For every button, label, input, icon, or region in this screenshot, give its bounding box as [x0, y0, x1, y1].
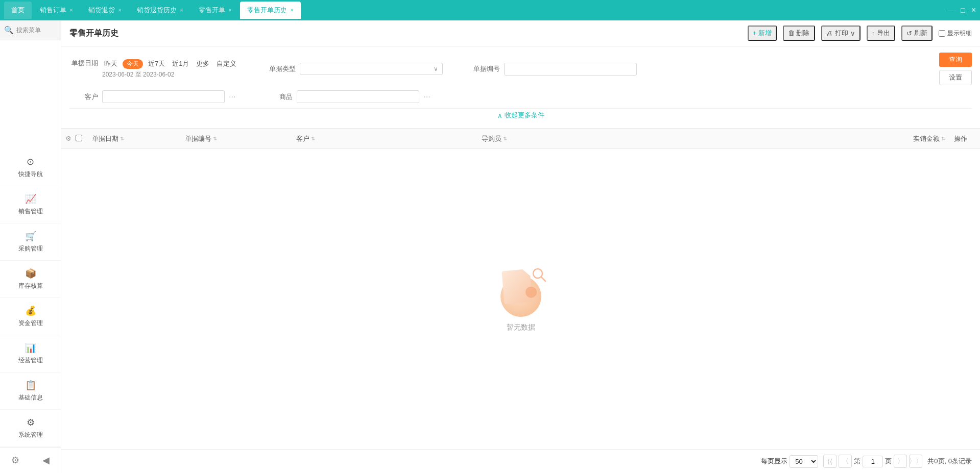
sidebar-item-sales-mgmt[interactable]: 📈销售管理 [0, 186, 61, 223]
select-all-checkbox[interactable] [76, 135, 82, 141]
tab-retail-order[interactable]: 零售开单× [192, 2, 239, 19]
goods-dots[interactable]: ··· [423, 92, 430, 102]
show-detail-label: 显示明细 [947, 29, 972, 38]
col-header-date[interactable]: 单据日期 ⇅ [92, 134, 185, 143]
tab-close-sales-return[interactable]: × [118, 7, 122, 14]
type-select-arrow: ∨ [434, 65, 438, 72]
num-input[interactable] [504, 63, 637, 76]
search-icon: 🔍 [4, 26, 14, 35]
tab-sales-return-history[interactable]: 销货退货历史× [130, 2, 190, 19]
page-title: 零售开单历史 [69, 28, 118, 39]
tab-home[interactable]: 首页 [4, 2, 32, 19]
print-arrow-icon: ∨ [850, 30, 855, 37]
date-opt-today[interactable]: 今天 [123, 59, 143, 69]
num-label: 单据编号 [471, 64, 500, 73]
page-input[interactable] [863, 456, 883, 467]
tab-label-sales-order: 销售订单 [40, 6, 66, 15]
sidebar-item-basic-info[interactable]: 📋基础信息 [0, 372, 61, 410]
sort-amount-icon: ⇅ [941, 136, 945, 141]
tab-retail-order-history[interactable]: 零售开单历史× [240, 2, 301, 19]
next-page-btn[interactable]: 〉 [894, 455, 907, 468]
col-header-customer[interactable]: 客户 ⇅ [296, 134, 482, 143]
sidebar-icon-biz-mgmt: 📊 [25, 342, 36, 354]
sidebar-item-inventory[interactable]: 📦库存核算 [0, 261, 61, 298]
empty-state: 暂无数据 [61, 149, 980, 449]
print-button[interactable]: 🖨 🖨 打印 打印 ∨ [821, 26, 861, 41]
empty-text: 暂无数据 [507, 323, 535, 332]
date-opt-1month[interactable]: 近1月 [170, 59, 191, 69]
date-opt-more[interactable]: 更多 [194, 59, 211, 69]
collapse-icon: ∧ [497, 112, 503, 119]
query-button[interactable]: 查询 [939, 53, 972, 67]
sidebar-icon-purchase-mgmt: 🛒 [25, 231, 36, 242]
goods-input[interactable] [297, 90, 419, 103]
sidebar-item-sys-mgmt[interactable]: ⚙系统管理 [0, 410, 61, 447]
tab-sales-return[interactable]: 销货退货× [81, 2, 129, 19]
page-total-label: 共0页, 0条记录 [927, 457, 972, 466]
collapse-more-btn[interactable]: ∧ 收起更多条件 [69, 108, 972, 122]
sidebar-item-biz-mgmt[interactable]: 📊经营管理 [0, 335, 61, 372]
filter-settings-button[interactable]: 设置 [939, 70, 972, 85]
sidebar-item-fund-mgmt[interactable]: 💰资金管理 [0, 298, 61, 335]
last-page-btn[interactable]: 〉〉 [909, 455, 922, 468]
add-button[interactable]: + 新增 [748, 26, 777, 41]
page-size-select[interactable]: 50 10 20 100 [790, 455, 818, 468]
table-header: ⚙ 单据日期 ⇅ 单据编号 ⇅ 客户 ⇅ 导购员 ⇅ [61, 129, 980, 149]
empty-doc [501, 269, 532, 305]
sidebar-label-fund-mgmt: 资金管理 [18, 319, 43, 328]
date-range-display: 2023-06-02 至 2023-06-02 [102, 70, 238, 79]
sidebar-icon-sales-mgmt: 📈 [25, 193, 36, 205]
tab-close-retail-order-history[interactable]: × [290, 7, 294, 14]
tab-label-retail-order-history: 零售开单历史 [247, 6, 287, 15]
date-opt-yesterday[interactable]: 昨天 [102, 59, 119, 69]
top-bar: 首页销售订单×销货退货×销货退货历史×零售开单×零售开单历史× — □ × [0, 0, 980, 20]
col-header-guide[interactable]: 导购员 ⇅ [482, 134, 575, 143]
customer-input[interactable] [102, 90, 225, 103]
tab-close-sales-return-history[interactable]: × [180, 7, 183, 14]
customer-dots[interactable]: ··· [229, 92, 235, 102]
print-icon: 🖨 [826, 30, 833, 37]
delete-button[interactable]: 🗑 删除 [783, 26, 815, 41]
window-min-btn[interactable]: — [947, 6, 954, 14]
refresh-button[interactable]: ↺ 刷新 [901, 26, 933, 41]
col-select-all [76, 135, 92, 143]
col-header-num[interactable]: 单据编号 ⇅ [185, 134, 296, 143]
sidebar-collapse-btn[interactable]: ◀ [38, 453, 54, 468]
tab-sales-order[interactable]: 销售订单× [33, 2, 80, 19]
sort-date-icon: ⇅ [120, 136, 124, 141]
sidebar-item-quick-nav[interactable]: ⊙快捷导航 [0, 149, 61, 186]
page-buttons: ⟨⟨ 〈 第 页 〉 〉〉 [823, 455, 922, 468]
show-detail-toggle[interactable]: 显示明细 [939, 29, 972, 38]
tab-label-home: 首页 [11, 6, 25, 15]
page-label-pre: 第 [854, 457, 861, 466]
type-label: 单据类型 [267, 64, 296, 73]
window-close-btn[interactable]: × [971, 6, 976, 15]
refresh-icon: ↺ [906, 30, 912, 37]
col-header-amount[interactable]: 实销金额 ⇅ [852, 134, 945, 143]
date-opt-7days[interactable]: 近7天 [146, 59, 167, 69]
sidebar-search-label: 搜索菜单 [16, 26, 41, 35]
first-page-btn[interactable]: ⟨⟨ [823, 455, 836, 468]
show-detail-checkbox[interactable] [939, 30, 945, 37]
sidebar-settings-btn[interactable]: ⚙ [7, 453, 23, 468]
window-max-btn[interactable]: □ [961, 6, 965, 14]
refresh-label: 刷新 [914, 29, 927, 38]
export-button[interactable]: ↑ 导出 [867, 26, 896, 41]
tab-close-sales-order[interactable]: × [69, 7, 73, 14]
tab-close-retail-order[interactable]: × [228, 7, 232, 14]
sidebar-item-purchase-mgmt[interactable]: 🛒采购管理 [0, 223, 61, 261]
filter-row-2: 客户 ··· 商品 ··· [69, 90, 972, 103]
table-gear-icon[interactable]: ⚙ [65, 135, 71, 142]
prev-page-btn[interactable]: 〈 [839, 455, 852, 468]
sidebar-icon-sys-mgmt: ⚙ [27, 417, 35, 428]
empty-image [495, 266, 546, 317]
sidebar-icon-quick-nav: ⊙ [27, 156, 34, 167]
tab-label-sales-return-history: 销货退货历史 [137, 6, 177, 15]
date-opt-custom[interactable]: 自定义 [214, 59, 238, 69]
type-select[interactable]: ∨ [300, 63, 443, 75]
date-label: 单据日期 [69, 59, 98, 68]
tab-label-retail-order: 零售开单 [199, 6, 225, 15]
sidebar-search[interactable]: 🔍 搜索菜单 [0, 20, 61, 40]
export-icon: ↑ [872, 30, 875, 37]
filter-row-1: 单据日期 昨天 今天 近7天 近1月 更多 自定义 2023-06-02 至 2… [69, 53, 972, 85]
